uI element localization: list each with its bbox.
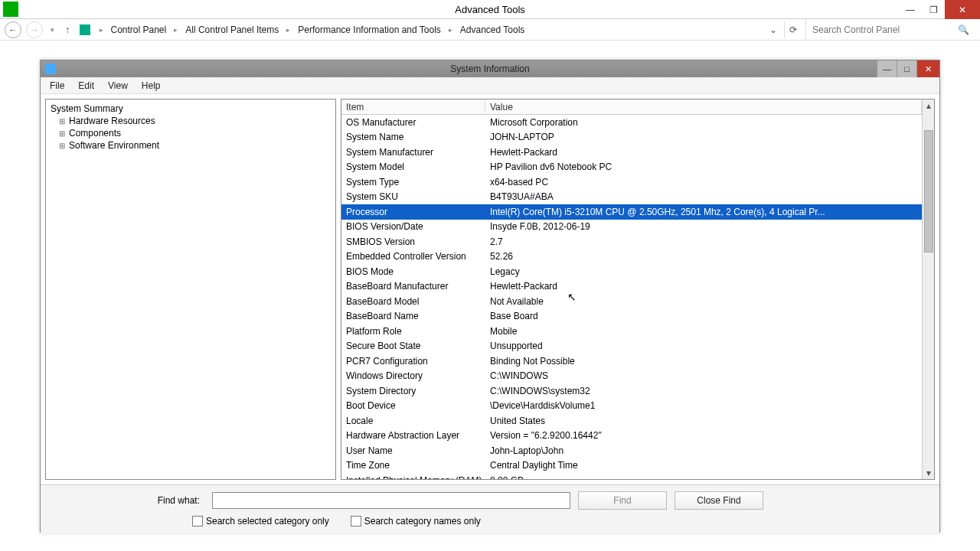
category-tree[interactable]: System Summary ⊞ Hardware Resources ⊞ Co… (45, 99, 336, 480)
table-row[interactable]: Embedded Controller Version52.26 (341, 249, 922, 265)
search-input[interactable] (812, 24, 942, 35)
row-value: Unsupported (485, 341, 922, 351)
row-item: BaseBoard Name (341, 311, 485, 321)
checkbox-selected-category[interactable]: Search selected category only (192, 516, 329, 527)
table-row[interactable]: Platform RoleMobile (341, 324, 922, 339)
column-value[interactable]: Value (485, 100, 922, 114)
chevron-right-icon: ▸ (446, 26, 456, 34)
minimize-button[interactable]: — (899, 0, 922, 19)
address-dropdown-icon[interactable]: ⌄ (767, 24, 779, 35)
expander-icon[interactable]: ⊞ (58, 117, 66, 126)
row-value: 52.26 (485, 251, 922, 262)
breadcrumb-1[interactable]: Control Panel (111, 24, 167, 35)
row-value: Central Daylight Time (485, 460, 922, 471)
table-row[interactable]: OS ManufacturerMicrosoft Corporation (341, 115, 922, 130)
scroll-down-icon[interactable]: ▾ (923, 467, 935, 479)
row-item: Time Zone (341, 460, 485, 471)
row-item: System Model (341, 161, 485, 172)
table-row[interactable]: Hardware Abstraction LayerVersion = "6.2… (341, 429, 922, 444)
search-icon: 🔍 (958, 24, 969, 35)
row-item: Processor (341, 207, 485, 217)
details-header[interactable]: Item Value (341, 99, 922, 115)
row-value: Insyde F.0B, 2012-06-19 (485, 221, 922, 232)
table-row[interactable]: BaseBoard ManufacturerHewlett-Packard (341, 279, 922, 295)
pc-icon (80, 24, 90, 35)
tree-item-label: Software Environment (69, 140, 159, 151)
find-bar: Find what: Find Close Find Search select… (41, 484, 939, 533)
details-list[interactable]: Item Value OS ManufacturerMicrosoft Corp… (341, 99, 922, 479)
table-row[interactable]: Windows DirectoryC:\WINDOWS (341, 369, 922, 384)
table-row[interactable]: BIOS ModeLegacy (341, 264, 922, 279)
table-row[interactable]: SMBIOS Version2.7 (341, 234, 922, 249)
breadcrumb-2[interactable]: All Control Panel Items (185, 24, 279, 35)
row-value: 8.00 GB (485, 475, 922, 479)
scroll-thumb[interactable] (924, 130, 933, 253)
forward-button[interactable]: → (26, 21, 43, 38)
row-value: Version = "6.2.9200.16442" (485, 430, 922, 441)
up-button[interactable]: ↑ (62, 24, 74, 35)
search-box[interactable]: 🔍 (805, 19, 975, 41)
breadcrumb-3[interactable]: Performance Information and Tools (298, 24, 441, 35)
inner-minimize-button[interactable]: — (877, 60, 897, 77)
chevron-right-icon: ▸ (171, 26, 181, 34)
table-row[interactable]: Installed Physical Memory (RAM)8.00 GB (341, 473, 922, 479)
expander-icon[interactable]: ⊞ (58, 142, 66, 150)
back-button[interactable]: ← (5, 21, 21, 38)
checkbox-category-names[interactable]: Search category names only (351, 516, 481, 527)
row-item: System Type (341, 177, 485, 187)
row-item: System SKU (341, 191, 485, 202)
tree-root[interactable]: System Summary (47, 103, 334, 115)
table-row[interactable]: System ModelHP Pavilion dv6 Notebook PC (341, 160, 922, 175)
vertical-scrollbar[interactable]: ▴ ▾ (922, 99, 934, 479)
checkbox-icon[interactable] (351, 516, 361, 527)
row-item: BaseBoard Manufacturer (341, 281, 485, 292)
row-value: Base Board (485, 311, 922, 321)
table-row[interactable]: PCR7 ConfigurationBinding Not Possible (341, 354, 922, 369)
row-item: Hardware Abstraction Layer (341, 430, 485, 441)
table-row[interactable]: BaseBoard ModelNot Available (341, 294, 922, 309)
inner-close-button[interactable]: ✕ (916, 60, 939, 77)
table-row[interactable]: Boot Device\Device\HarddiskVolume1 (341, 399, 922, 414)
expander-icon[interactable]: ⊞ (58, 129, 66, 138)
table-row[interactable]: System SKUB4T93UA#ABA (341, 190, 922, 205)
table-row[interactable]: ProcessorIntel(R) Core(TM) i5-3210M CPU … (341, 204, 922, 220)
chevron-right-icon: ▸ (96, 26, 106, 34)
breadcrumb-4[interactable]: Advanced Tools (460, 24, 525, 35)
find-button[interactable]: Find (578, 491, 667, 510)
tree-item-components[interactable]: ⊞ Components (47, 127, 334, 139)
refresh-button[interactable]: ⟳ (784, 21, 801, 38)
menu-help[interactable]: Help (136, 79, 167, 93)
close-find-button[interactable]: Close Find (675, 491, 763, 510)
table-row[interactable]: System DirectoryC:\WINDOWS\system32 (341, 383, 922, 399)
table-row[interactable]: Time ZoneCentral Daylight Time (341, 458, 922, 474)
row-value: 2.7 (485, 236, 922, 247)
row-value: Hewlett-Packard (485, 281, 922, 292)
table-row[interactable]: System Typex64-based PC (341, 174, 922, 190)
table-row[interactable]: LocaleUnited States (341, 413, 922, 429)
inner-maximize-button[interactable]: □ (897, 60, 916, 77)
recent-dropdown-icon[interactable]: ▾ (47, 26, 57, 34)
menu-edit[interactable]: Edit (72, 79, 100, 93)
find-input[interactable] (212, 492, 570, 509)
table-row[interactable]: System NameJOHN-LAPTOP (341, 130, 922, 145)
row-item: Secure Boot State (341, 341, 485, 351)
table-row[interactable]: Secure Boot StateUnsupported (341, 339, 922, 354)
close-button[interactable]: ✕ (945, 0, 980, 19)
tree-item-software[interactable]: ⊞ Software Environment (47, 139, 334, 152)
menu-view[interactable]: View (102, 79, 134, 93)
row-value: C:\WINDOWS\system32 (485, 386, 922, 396)
maximize-button[interactable]: ❐ (922, 0, 945, 19)
table-row[interactable]: BIOS Version/DateInsyde F.0B, 2012-06-19 (341, 220, 922, 235)
table-row[interactable]: User NameJohn-Laptop\John (341, 443, 922, 458)
table-row[interactable]: BaseBoard NameBase Board (341, 309, 922, 324)
table-row[interactable]: System ManufacturerHewlett-Packard (341, 145, 922, 160)
row-item: SMBIOS Version (341, 236, 485, 247)
row-item: OS Manufacturer (341, 117, 485, 128)
checkbox-icon[interactable] (192, 516, 203, 527)
column-item[interactable]: Item (341, 100, 485, 114)
menu-file[interactable]: File (44, 79, 70, 93)
tree-item-hardware[interactable]: ⊞ Hardware Resources (47, 115, 334, 127)
app-icon (3, 2, 18, 17)
inner-titlebar[interactable]: System Information — □ ✕ (41, 60, 939, 77)
scroll-up-icon[interactable]: ▴ (923, 99, 935, 112)
